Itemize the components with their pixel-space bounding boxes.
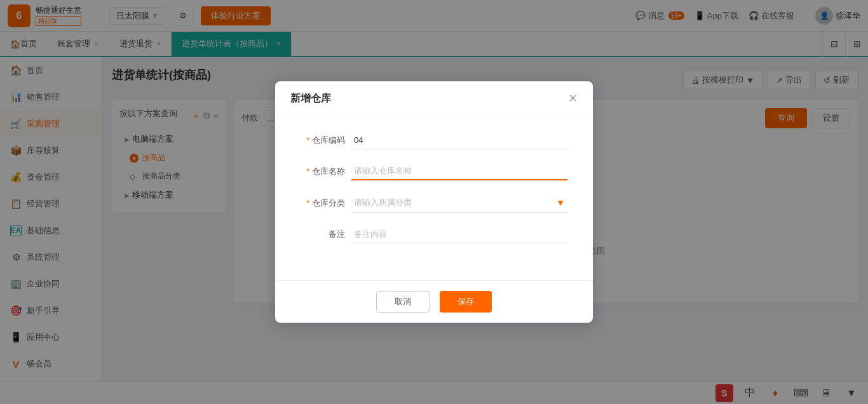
warehouse-code-row: 仓库编码 bbox=[301, 131, 567, 149]
warehouse-code-input[interactable] bbox=[351, 131, 567, 149]
modal-footer: 取消 保存 bbox=[275, 280, 593, 323]
warehouse-category-label: 仓库分类 bbox=[301, 198, 351, 209]
modal-close-button[interactable]: ✕ bbox=[568, 91, 578, 105]
modal-title: 新增仓库 bbox=[290, 92, 331, 105]
warehouse-name-input[interactable] bbox=[351, 162, 567, 180]
warehouse-remark-row: 备注 bbox=[301, 226, 567, 243]
warehouse-remark-input[interactable] bbox=[351, 226, 567, 243]
save-button[interactable]: 保存 bbox=[440, 291, 492, 313]
cancel-button[interactable]: 取消 bbox=[376, 291, 430, 313]
add-warehouse-modal: 新增仓库 ✕ 仓库编码 仓库名称 仓库分类 请输入所属分类 ▼ bbox=[275, 81, 593, 323]
modal-body: 仓库编码 仓库名称 仓库分类 请输入所属分类 ▼ 备注 bbox=[275, 116, 593, 280]
category-dropdown-arrow: ▼ bbox=[556, 198, 565, 208]
warehouse-name-label: 仓库名称 bbox=[301, 166, 351, 177]
modal-overlay: 新增仓库 ✕ 仓库编码 仓库名称 仓库分类 请输入所属分类 ▼ bbox=[0, 0, 868, 404]
warehouse-category-select[interactable]: 请输入所属分类 ▼ bbox=[351, 193, 567, 213]
warehouse-category-placeholder: 请输入所属分类 bbox=[354, 197, 412, 208]
modal-header: 新增仓库 ✕ bbox=[275, 81, 593, 116]
warehouse-remark-label: 备注 bbox=[301, 229, 351, 240]
warehouse-name-row: 仓库名称 bbox=[301, 162, 567, 180]
warehouse-code-label: 仓库编码 bbox=[301, 135, 351, 146]
warehouse-category-row: 仓库分类 请输入所属分类 ▼ bbox=[301, 193, 567, 213]
